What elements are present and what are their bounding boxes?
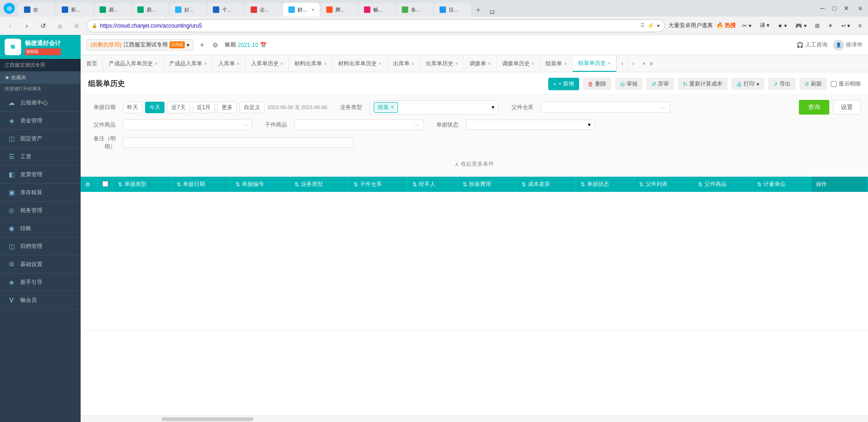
sort-bill-no-icon[interactable]: ⇅	[235, 181, 240, 188]
th-checkbox[interactable]	[97, 177, 113, 192]
browser-tab-4[interactable]: 易...	[132, 3, 169, 17]
menu-button[interactable]: ≡	[856, 4, 864, 12]
recalc-button[interactable]: ↻ 重新计算成本	[678, 78, 727, 90]
sort-cost-diff-icon[interactable]: ⇅	[522, 181, 526, 188]
page-tab-close-1[interactable]: ×	[155, 61, 158, 66]
game-tool[interactable]: 🎮 ▾	[792, 22, 809, 30]
user-avatar-btn[interactable]: 👤 徐泽华	[833, 40, 862, 51]
status-dropdown[interactable]: ▾	[466, 120, 595, 130]
sort-handler-icon[interactable]: ⇅	[412, 181, 417, 188]
custom-date-btn[interactable]: 自定义	[240, 102, 264, 113]
sidebar-item-archive-mgmt[interactable]: ◫ 归档管理	[0, 237, 81, 255]
sort-parent-goods-icon[interactable]: ⇅	[698, 181, 703, 188]
page-tab-close-9[interactable]: ×	[488, 61, 491, 66]
lightning-icon[interactable]: ⚡	[647, 23, 654, 29]
page-tab-7[interactable]: 出库单 ×	[387, 56, 420, 71]
tab-next-button[interactable]: ›	[628, 55, 639, 72]
tab-close-others-btn[interactable]: ×	[640, 60, 647, 67]
page-tab-10[interactable]: 调拨单历史 ×	[497, 56, 540, 71]
th-settings[interactable]: ⚙	[81, 177, 97, 192]
calendar-icon[interactable]: 📅	[260, 42, 267, 48]
page-tab-close-4[interactable]: ×	[281, 61, 283, 66]
page-tab-1[interactable]: 产成品入库单历史 ×	[103, 56, 164, 71]
tab-prev-button[interactable]: ‹	[616, 55, 628, 72]
today-btn[interactable]: 今天	[145, 102, 164, 113]
settings-button[interactable]: 设置	[833, 100, 861, 115]
parent-goods-dropdown[interactable]: ···	[123, 119, 252, 130]
grid-tool[interactable]: ⊞	[812, 22, 822, 30]
approve-button[interactable]: ◎ 审核	[615, 78, 643, 90]
print-button[interactable]: 🖨 打印 ▾	[731, 78, 764, 90]
page-tab-6[interactable]: 材料出库单历史 ×	[333, 56, 387, 71]
sidebar-item-closing[interactable]: ◉ 结账	[0, 220, 81, 237]
browser-tab-2[interactable]: 新...	[56, 3, 93, 17]
page-tab-11[interactable]: 组装单 ×	[540, 56, 573, 71]
page-tab-close-7[interactable]: ×	[411, 61, 414, 66]
sort-bill-date-icon[interactable]: ⇅	[176, 181, 181, 188]
page-tab-8[interactable]: 出库单历史 ×	[420, 56, 464, 71]
page-tab-close-12[interactable]: ×	[608, 61, 610, 66]
favorites-shortcut[interactable]: 快捷键打开收藏夹	[0, 84, 81, 94]
sidebar-item-inventory[interactable]: ▣ 库存核算	[0, 184, 81, 202]
page-tab-3[interactable]: 入库单 ×	[213, 56, 246, 71]
show-detail-checkbox-label[interactable]: 显示明细	[831, 80, 861, 88]
browser-tab-11[interactable]: 各...	[396, 3, 433, 17]
delete-button[interactable]: 🗑 删除	[583, 78, 611, 90]
star-tool[interactable]: ★ ▾	[775, 22, 790, 30]
sidebar-item-basic-settings[interactable]: ⚙ 基础设置	[0, 255, 81, 273]
browser-tab-5[interactable]: 好...	[170, 3, 206, 17]
page-tab-12[interactable]: 组装单历史 ×	[573, 56, 616, 72]
page-tab-9[interactable]: 调拨单 ×	[464, 56, 497, 71]
browser-tab-6[interactable]: 个...	[207, 3, 244, 17]
show-detail-checkbox[interactable]	[831, 81, 837, 87]
browser-tab-8[interactable]: 好... ×	[283, 3, 320, 17]
sidebar-item-fixed-assets[interactable]: ◫ 固定资产	[0, 130, 81, 148]
sidebar-item-payroll[interactable]: ☰ 工资	[0, 148, 81, 166]
child-goods-dots[interactable]: ···	[414, 121, 419, 128]
browser-tab-9[interactable]: 腾...	[321, 3, 358, 17]
sort-bill-type-icon[interactable]: ⇅	[118, 181, 123, 188]
undo-tool[interactable]: ↩ ▾	[839, 22, 853, 30]
favorites-section[interactable]: ★ 收藏夹	[0, 71, 81, 84]
note-input[interactable]	[123, 138, 353, 148]
close-button[interactable]: ✕	[842, 4, 850, 12]
settings-icon-btn[interactable]: ⚙	[211, 41, 220, 49]
home-button[interactable]: ⌂	[53, 19, 66, 32]
page-tab-close-11[interactable]: ×	[564, 61, 567, 66]
print-dropdown-icon[interactable]: ▾	[757, 81, 759, 87]
export-button[interactable]: ↗ 导出	[768, 78, 796, 90]
browser-tab-1[interactable]: 在	[18, 3, 55, 17]
parent-goods-dots[interactable]: ···	[242, 121, 248, 128]
maximize-button[interactable]: □	[830, 4, 839, 12]
minimize-button[interactable]: ─	[818, 4, 827, 12]
page-tab-close-2[interactable]: ×	[204, 61, 207, 66]
abandon-button[interactable]: ↺ 弃审	[646, 78, 674, 90]
last7days-btn[interactable]: 近7天	[167, 102, 190, 113]
company-select[interactable]: (勿删勿禁用) 江西服宝测试专用 试用版 ▾	[86, 39, 194, 51]
page-tab-home[interactable]: 首页	[81, 56, 103, 71]
page-tab-2[interactable]: 产成品入库单 ×	[164, 56, 213, 71]
sort-disassembly-fee-icon[interactable]: ⇅	[463, 181, 467, 188]
translate-tool[interactable]: 译 ▾	[757, 21, 772, 30]
qr-icon[interactable]: ⠿	[640, 23, 645, 29]
tab-close-8[interactable]: ×	[311, 7, 314, 12]
business-type-dropdown[interactable]: 组装 × ▾	[369, 100, 499, 115]
sidebar-item-fund-mgmt[interactable]: ◈ 资金管理	[0, 112, 81, 130]
browser-tab-3[interactable]: 易...	[94, 3, 131, 17]
browser-tab-7[interactable]: 企...	[245, 3, 282, 17]
refresh-button[interactable]: ↺	[37, 19, 50, 32]
page-tab-close-5[interactable]: ×	[324, 61, 327, 66]
collapse-button[interactable]: ∧ 收起更多条件	[452, 157, 497, 171]
bookmark-button[interactable]: ☆	[70, 19, 83, 32]
browser-tab-10[interactable]: 畅...	[358, 3, 395, 17]
dropdown-icon[interactable]: ▾	[657, 23, 660, 29]
sort-business-type-icon[interactable]: ⇅	[294, 181, 299, 188]
add-button[interactable]: + + 新增	[548, 78, 579, 90]
sidebar-item-new-guide[interactable]: ◈ 新手引导	[0, 273, 81, 291]
sidebar-item-invoice-mgmt[interactable]: ◧ 发票管理	[0, 166, 81, 184]
add-icon-btn[interactable]: +	[198, 41, 206, 49]
select-all-checkbox[interactable]	[102, 181, 108, 187]
back-button[interactable]: ‹	[4, 19, 17, 32]
yesterday-btn[interactable]: 昨天	[123, 102, 142, 113]
page-tab-close-10[interactable]: ×	[532, 61, 534, 66]
